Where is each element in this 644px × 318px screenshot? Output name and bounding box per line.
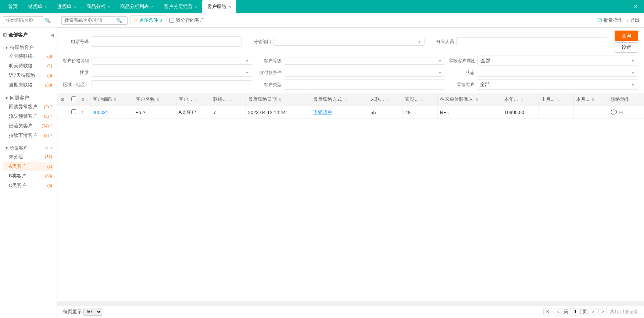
nav-close-sales-order[interactable]: × <box>44 4 47 9</box>
help-icon-1[interactable]: ? <box>50 114 52 119</box>
row-checkbox[interactable] <box>71 109 76 114</box>
sidebar-pending-group-label[interactable]: ▼ 待联络客户 <box>3 42 54 52</box>
person-dots-icon[interactable]: ··· <box>600 39 604 44</box>
nav-close-product-analysis-list[interactable]: × <box>151 4 153 9</box>
table-col-level[interactable]: 客户... ⇅ <box>176 93 211 106</box>
toolbar-search-icon[interactable]: 🔍 <box>116 18 122 23</box>
filter-status-select[interactable]: ▼ <box>477 69 638 77</box>
page-number-input[interactable] <box>570 308 581 315</box>
table-col-code[interactable]: 客户编码 ⇅ <box>90 93 133 106</box>
chat-action-icon[interactable]: 💬 <box>611 109 617 115</box>
my-customer-checkbox-container[interactable]: 我分管的客户 <box>169 17 204 24</box>
sidebar-item-tomorrow-pending[interactable]: 明天待联络 (1) <box>3 61 54 71</box>
filter-row-1: 电话号码 分管部门 ▼ 分管人员 ··· <box>63 31 638 53</box>
table-col-last-date[interactable]: 最后联络日期 ⇅ <box>246 93 311 106</box>
sidebar-item-7day-pending[interactable]: 近7天待联络 (0) <box>3 71 54 80</box>
filter-phone-input[interactable] <box>91 36 242 47</box>
sidebar-search-icon[interactable]: 🔍 <box>45 18 51 23</box>
table-col-action: 联络动作 <box>608 93 644 106</box>
region-dots-icon[interactable]: ··· <box>245 82 249 87</box>
table-col-name[interactable]: 客户名称 ⇅ <box>133 93 176 106</box>
filter-customer-level-select[interactable]: ▼ <box>284 57 445 65</box>
sort-contact-icon: ⇅ <box>229 98 232 102</box>
filter-customer-type-input[interactable] <box>284 80 445 90</box>
filter-payment-select[interactable]: ▼ <box>284 69 445 77</box>
batch-operation-button[interactable]: ☑ 批量操作 <box>598 17 623 24</box>
table-col-this-month[interactable]: 本月... ⇅ <box>573 93 608 106</box>
row-action: 💬 ⊞ <box>608 106 644 119</box>
sidebar-item-today-pending[interactable]: 今天待联络 (0) <box>3 52 54 61</box>
help-icon-3[interactable]: ? <box>50 133 52 138</box>
page-size-select[interactable]: 50 100 200 <box>83 308 102 316</box>
nature-arrow-icon: ▼ <box>245 71 249 75</box>
next-page-button[interactable]: > <box>588 308 597 315</box>
help-icon-2[interactable]: ? <box>50 124 52 128</box>
search-button[interactable]: 查询 <box>615 31 638 41</box>
sidebar-item-unclassified[interactable]: 未分组 (32) <box>3 152 54 162</box>
help-icon-0[interactable]: ? <box>50 105 52 109</box>
value-refresh-icon[interactable]: ↺ <box>45 146 49 151</box>
filter-dept-select[interactable]: ▼ <box>273 38 425 46</box>
sidebar-value-group-header: ▼ 价值客户 ↺ ✎ <box>3 143 54 152</box>
table-settings-header[interactable]: ⚙ <box>57 93 68 106</box>
sidebar-item-b-class[interactable]: B类客户 (33) <box>3 171 54 181</box>
row-code[interactable]: 000031 <box>90 106 133 119</box>
sort-unit-contact-icon: ⇅ <box>476 98 479 102</box>
filter-retail-customer-select[interactable]: 全部 ▼ <box>477 80 638 90</box>
nav-customer-tier[interactable]: 客户分层经营 × <box>159 0 202 13</box>
nav-customer-contact[interactable]: 客户联络 × <box>202 0 236 13</box>
nav-product-analysis-list[interactable]: 商品分析列表 × <box>115 0 158 13</box>
sidebar-item-a-class[interactable]: A类客户 (1) <box>3 162 54 171</box>
sidebar-collapse-icon[interactable]: ◀ <box>51 33 54 38</box>
filter-retail-attr-select[interactable]: 全部 ▼ <box>477 56 638 66</box>
sidebar-search-input[interactable] <box>3 16 43 24</box>
select-all-checkbox[interactable] <box>71 96 76 101</box>
qr-action-icon[interactable]: ⊞ <box>619 109 623 115</box>
more-filters-button[interactable]: ▽ 更多条件 ∧ <box>130 15 167 25</box>
nav-sales-order[interactable]: 销货单 × <box>23 0 52 13</box>
table-col-unit-contact[interactable]: 往来单位联系人 ⇅ <box>437 93 502 106</box>
table-col-overdue[interactable]: 逾期... ⇅ <box>403 93 437 106</box>
settings-button[interactable]: 设置 <box>615 42 638 53</box>
toolbar-search-input[interactable] <box>65 18 116 23</box>
sidebar-item-declining[interactable]: 持续下滑客户 (2) ? <box>3 131 54 140</box>
nav-close-purchase-order[interactable]: × <box>74 4 76 9</box>
window-close-button[interactable]: × <box>630 3 641 10</box>
last-page-button[interactable]: > <box>598 308 607 315</box>
sidebar-item-churn-warning[interactable]: 流失预警客户 (3) ? <box>3 112 54 121</box>
table-col-this-year[interactable]: 本年... ⇅ <box>502 93 539 106</box>
main-layout: 🔍 ⊞ 全部客户 ◀ ▼ 待联络客户 今天待联络 (0) 明天待联络 (1) <box>0 13 644 318</box>
filter-price-level-select[interactable]: ▼ <box>92 57 252 65</box>
nav-close-customer-tier[interactable]: × <box>195 4 197 9</box>
first-page-button[interactable]: K <box>543 308 552 315</box>
my-customer-checkbox[interactable] <box>169 18 174 23</box>
prev-page-button[interactable]: < <box>554 308 562 315</box>
sidebar-item-overdue-pending[interactable]: 逾期未联络 (30) <box>3 80 54 90</box>
filter-person-input[interactable]: ··· <box>456 37 607 46</box>
filter-nature-select[interactable]: ▼ <box>91 69 252 77</box>
sidebar-all-customers-header[interactable]: ⊞ 全部客户 ◀ <box>3 30 54 39</box>
sidebar-problem-group-label[interactable]: ▼ 问题客户 <box>3 93 54 102</box>
data-table-container: ⚙ # 客户编码 ⇅ 客户名称 ⇅ <box>57 93 644 301</box>
nav-purchase-order[interactable]: 进货单 × <box>52 0 81 13</box>
content-area: 🔍 ▽ 更多条件 ∧ 我分管的客户 ☑ 批量操作 ↓ 导出 <box>57 13 644 318</box>
sidebar-item-abnormal-purchase[interactable]: 回购异常客户 (2) ? <box>3 102 54 112</box>
export-button[interactable]: ↓ 导出 <box>626 17 640 24</box>
row-last-method[interactable]: 下销货单 <box>311 106 368 119</box>
nav-close-customer-contact[interactable]: × <box>229 4 231 9</box>
total-records-label: 共1页 1条记录 <box>610 309 638 315</box>
table-col-last-month[interactable]: 上月... ⇅ <box>539 93 573 106</box>
sidebar-item-churned[interactable]: 已流失客户 (24) ? <box>3 121 54 131</box>
value-edit-icon[interactable]: ✎ <box>50 146 54 151</box>
filter-region-input[interactable]: ··· <box>92 80 252 89</box>
horizontal-scrollbar[interactable] <box>57 301 644 305</box>
nav-product-analysis[interactable]: 商品分析 × <box>81 0 115 13</box>
nav-close-product-analysis[interactable]: × <box>108 4 110 9</box>
table-col-last-method[interactable]: 最后联络方式 ⇅ <box>311 93 368 106</box>
table-checkbox-header <box>68 93 79 106</box>
nav-home[interactable]: 首页 <box>3 0 23 13</box>
table-col-not-contacted[interactable]: 未联... ⇅ <box>368 93 402 106</box>
retail-customer-arrow-icon: ▼ <box>631 83 635 87</box>
sidebar-item-c-class[interactable]: C类客户 (6) <box>3 181 54 190</box>
table-col-contact[interactable]: 联络... ⇅ <box>211 93 246 106</box>
